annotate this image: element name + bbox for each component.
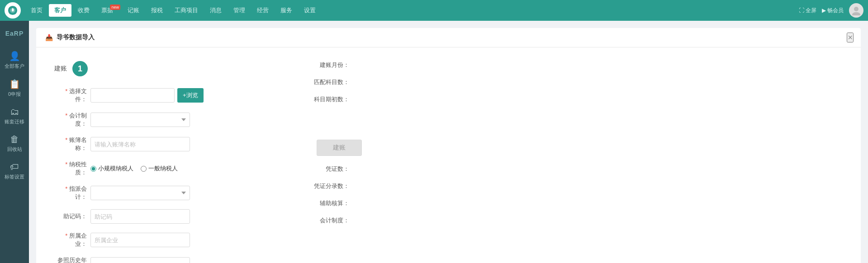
file-label: 选择文件： [54, 87, 90, 103]
nav-item-tax[interactable]: 报税 [146, 4, 168, 17]
info-row-auxiliary: 辅助核算： [308, 199, 843, 207]
sidebar-item-declaration[interactable]: 📋 0申报 [0, 75, 29, 101]
browse-button[interactable]: +浏览 [177, 88, 204, 103]
person-icon: 👤 [9, 51, 20, 61]
nav-item-billing[interactable]: 收费 [72, 4, 95, 17]
file-input-wrap: +浏览 [90, 88, 190, 103]
tax-type-option1[interactable]: 小规模纳税人 [90, 164, 133, 173]
migrate-icon: 🗂 [10, 107, 19, 117]
close-button[interactable]: × [847, 33, 854, 42]
svg-point-2 [852, 12, 860, 15]
sidebar-logo: EaRP [0, 25, 29, 42]
main-layout: EaRP 👤 全部客户 📋 0申报 🗂 账套迁移 🗑 回收站 🏷 标签设置 📥 … [0, 21, 868, 263]
import-panel: 📥 导爷数据导入 × 建账 1 选择文件： +浏览 [36, 28, 861, 263]
form-row-assistant-code: 助记码： [54, 209, 280, 224]
tax-type-radio-small[interactable] [90, 166, 96, 172]
form-body: 建账 1 选择文件： +浏览 会计制度： [36, 47, 861, 263]
reference-year-label: 参照历史年度： [54, 256, 90, 263]
form-row-ledger-name: 账簿名称： [54, 136, 280, 152]
member-button[interactable]: ▶ 畅会员 [822, 7, 844, 14]
match-subjects-label: 匹配科目数： [308, 78, 353, 86]
ledger-name-input[interactable] [90, 137, 190, 151]
nav-item-invoice[interactable]: 票据 new [96, 4, 121, 17]
nav-item-settings[interactable]: 设置 [299, 4, 321, 17]
panel-title: 导爷数据导入 [57, 33, 95, 42]
panel-header: 📥 导爷数据导入 [36, 28, 861, 47]
form-row-accounting-system: 会计制度： [54, 112, 280, 128]
svg-point-1 [854, 7, 859, 11]
assistant-code-input[interactable] [90, 209, 190, 224]
step-circle: 1 [72, 61, 88, 76]
main-content: 📥 导爷数据导入 × 建账 1 选择文件： +浏览 [29, 21, 868, 263]
upload-icon: 📥 [45, 34, 53, 41]
voucher-count-label: 凭证数： [308, 165, 353, 173]
nav-item-home[interactable]: 首页 [25, 4, 48, 17]
form-row-tax-type: 纳税性质： 小规模纳税人 一般纳税人 [54, 160, 280, 177]
form-row-accountant: 指派会计： [54, 185, 280, 201]
tax-type-label: 纳税性质： [54, 160, 90, 177]
accountant-label: 指派会计： [54, 185, 90, 201]
company-input[interactable] [90, 233, 190, 247]
auxiliary-label: 辅助核算： [308, 199, 353, 207]
info-row-jianzh-month: 建账月份： [308, 61, 843, 69]
tax-type-radio-general[interactable] [141, 166, 147, 172]
tax-type-option2[interactable]: 一般纳税人 [141, 164, 178, 173]
assistant-code-label: 助记码： [54, 212, 90, 221]
sidebar-item-tag-settings[interactable]: 🏷 标签设置 [0, 158, 29, 184]
tag-icon: 🏷 [10, 162, 19, 172]
nav-right: ⛶ 全屏 ▶ 畅会员 [799, 3, 863, 18]
step-header: 建账 1 [54, 61, 280, 76]
sidebar-item-account-migration[interactable]: 🗂 账套迁移 [0, 103, 29, 129]
form-row-file: 选择文件： +浏览 [54, 87, 280, 103]
nav-items: 首页 客户 收费 票据 new 记账 报税 工商项目 消息 管理 经营 服务 设… [25, 4, 799, 17]
reference-year-select[interactable] [90, 257, 190, 263]
step-label: 建账 [54, 65, 67, 73]
form-left: 建账 1 选择文件： +浏览 会计制度： [54, 61, 280, 263]
fullscreen-icon: ⛶ [799, 7, 804, 14]
accounting-system-label: 会计制度： [54, 112, 90, 128]
avatar[interactable] [849, 3, 863, 18]
voucher-entries-label: 凭证分录数： [308, 182, 353, 190]
member-icon: ▶ [822, 7, 826, 14]
nav-item-management[interactable]: 管理 [228, 4, 251, 17]
subject-initial-label: 科目期初数： [308, 95, 353, 103]
accounting-system-select[interactable] [90, 113, 190, 127]
report-icon: 📋 [9, 79, 20, 89]
accounting-system-info-label: 会计制度： [308, 216, 353, 225]
info-row-subject-initial: 科目期初数： [308, 95, 843, 103]
sidebar-item-recycle[interactable]: 🗑 回收站 [0, 131, 29, 156]
new-badge: new [110, 5, 120, 10]
info-row-voucher-entries: 凭证分录数： [308, 182, 843, 190]
accountant-select[interactable] [90, 186, 190, 200]
nav-item-bookkeeping[interactable]: 记账 [122, 4, 145, 17]
sidebar: EaRP 👤 全部客户 📋 0申报 🗂 账套迁移 🗑 回收站 🏷 标签设置 [0, 21, 29, 263]
nav-item-bizproject[interactable]: 工商项目 [169, 4, 204, 17]
jianzh-month-label: 建账月份： [308, 61, 353, 69]
submit-jianzh-button[interactable]: 建账 [317, 140, 362, 156]
app-logo[interactable] [5, 2, 21, 19]
sidebar-item-all-clients[interactable]: 👤 全部客户 [0, 47, 29, 73]
nav-item-message[interactable]: 消息 [204, 4, 227, 17]
nav-item-clients[interactable]: 客户 [49, 4, 71, 17]
ledger-name-label: 账簿名称： [54, 136, 90, 152]
info-row-match-subjects: 匹配科目数： [308, 78, 843, 86]
trash-icon: 🗑 [10, 134, 19, 145]
company-label: 所属企业： [54, 232, 90, 248]
nav-item-service[interactable]: 服务 [275, 4, 298, 17]
form-right: 建账月份： 匹配科目数： 科目期初数： 建账 凭证数： [280, 61, 843, 263]
info-row-voucher-count: 凭证数： [308, 165, 843, 173]
file-input[interactable] [90, 88, 175, 103]
info-row-accounting-system: 会计制度： [308, 216, 843, 225]
form-row-reference-year: 参照历史年度： [54, 256, 280, 263]
nav-item-operations[interactable]: 经营 [251, 4, 274, 17]
top-nav: 首页 客户 收费 票据 new 记账 报税 工商项目 消息 管理 经营 服务 设… [0, 0, 868, 21]
fullscreen-button[interactable]: ⛶ 全屏 [799, 7, 816, 14]
tax-type-radio-group: 小规模纳税人 一般纳税人 [90, 164, 178, 173]
form-row-company: 所属企业： [54, 232, 280, 248]
